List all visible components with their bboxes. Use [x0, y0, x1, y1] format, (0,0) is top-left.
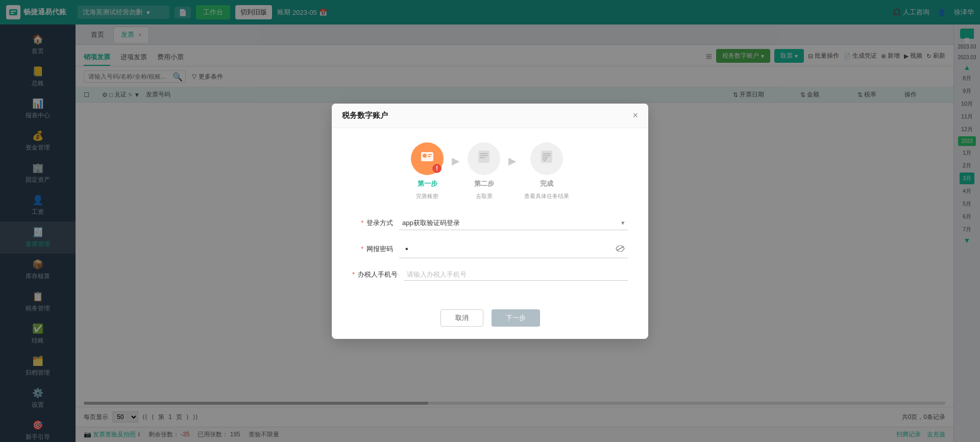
step-3-circle — [530, 142, 563, 175]
modal-body: ! 第一步 完善账密 ▶ — [332, 128, 648, 301]
next-step-button[interactable]: 下一步 — [492, 309, 540, 327]
step-3-icon — [539, 149, 554, 168]
step-1-label: 第一步 — [418, 179, 437, 188]
step-1-sublabel: 完善账密 — [416, 192, 438, 200]
step-2-circle — [468, 142, 500, 175]
svg-line-15 — [617, 247, 624, 251]
taxpayer-phone-row: * 办税人手机号 — [352, 268, 628, 281]
step-2: 第二步 去取票 — [468, 142, 500, 200]
net-password-input[interactable] — [402, 242, 616, 256]
step-1: ! 第一步 完善账密 — [411, 142, 444, 200]
login-method-select[interactable]: app获取验证码登录 ▾ — [399, 216, 628, 230]
step-arrow-2: ▶ — [508, 155, 516, 167]
modal-close-button[interactable]: × — [632, 111, 638, 120]
step-1-icon — [420, 149, 435, 168]
password-visibility-toggle[interactable] — [616, 244, 625, 254]
steps-row: ! 第一步 完善账密 ▶ — [352, 142, 628, 200]
modal-title: 税务数字账户 — [342, 111, 388, 120]
step-1-circle: ! — [411, 142, 444, 175]
step-arrow-1: ▶ — [452, 155, 459, 167]
step-1-error-badge: ! — [432, 164, 442, 173]
modal-header: 税务数字账户 × — [332, 104, 648, 128]
step-2-icon — [476, 149, 492, 168]
svg-rect-8 — [480, 153, 488, 154]
net-password-row: * 网报密码 — [352, 240, 628, 258]
svg-rect-5 — [428, 154, 432, 155]
login-method-dropdown-icon: ▾ — [621, 219, 625, 227]
svg-rect-12 — [543, 153, 551, 154]
modal-dialog: 税务数字账户 × — [332, 104, 648, 339]
step-2-label: 第二步 — [474, 179, 494, 188]
taxpayer-phone-input[interactable] — [404, 268, 628, 281]
svg-rect-11 — [541, 151, 552, 163]
svg-rect-6 — [428, 156, 431, 157]
svg-rect-13 — [543, 155, 551, 156]
login-method-label: * 登录方式 — [352, 218, 393, 228]
cancel-button[interactable]: 取消 — [440, 309, 483, 327]
step-2-sublabel: 去取票 — [476, 192, 493, 200]
login-method-row: * 登录方式 app获取验证码登录 ▾ — [352, 216, 628, 230]
svg-point-4 — [423, 154, 427, 158]
step-3-sublabel: 查看具体任务结果 — [524, 192, 569, 200]
modal-footer: 取消 下一步 — [332, 301, 648, 339]
step-3-label: 完成 — [540, 179, 553, 188]
login-method-value: app获取验证码登录 — [402, 218, 460, 228]
taxpayer-phone-label: * 办税人手机号 — [352, 270, 398, 279]
svg-rect-9 — [480, 155, 488, 156]
modal-overlay: 税务数字账户 × — [0, 0, 980, 442]
svg-rect-7 — [478, 151, 489, 163]
step-3: 完成 查看具体任务结果 — [524, 142, 569, 200]
net-password-label: * 网报密码 — [352, 244, 393, 254]
svg-rect-10 — [480, 157, 485, 158]
